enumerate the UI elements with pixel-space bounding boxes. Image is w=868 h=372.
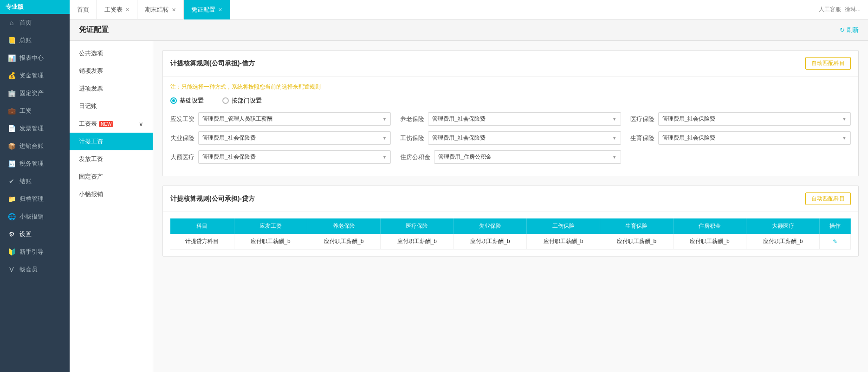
field-select-text-2-0: 管理费用_社会保险费: [202, 153, 380, 161]
field-2-2: [630, 150, 851, 164]
sidebar-item-close[interactable]: ✔结账: [0, 173, 70, 190]
customer-service-label: 人工客服: [819, 6, 841, 13]
table-header-6: 生育保险: [600, 218, 674, 234]
field-select-0-1[interactable]: 管理费用_社会保险费 ▼: [428, 112, 621, 126]
field-select-1-2[interactable]: 管理费用_社会保险费 ▼: [658, 131, 851, 145]
field-1-0: 失业保险 管理费用_社会保险费 ▼: [170, 131, 391, 145]
field-select-2-0[interactable]: 管理费用_社会保险费 ▼: [198, 150, 391, 164]
field-select-text-1-1: 管理费用_社会保险费: [432, 134, 610, 142]
left-nav-payroll-table[interactable]: 工资表NEW∨: [70, 115, 153, 133]
left-nav: 公共选项销项发票进项发票日记账工资表NEW∨计提工资发放工资固定资产小畅报销: [70, 41, 153, 372]
sidebar-label-general-ledger: 总账: [19, 36, 32, 45]
field-select-2-1[interactable]: 管理费用_住房公积金 ▼: [434, 150, 621, 164]
section1-header: 计提核算规则(公司承担)-借方 自动匹配科目: [163, 51, 858, 77]
sidebar-item-settings[interactable]: ⚙设置: [0, 225, 70, 243]
sidebar-icon-invoice-mgmt: 📄: [7, 125, 16, 132]
cell-value-0-7: 应付职工薪酬_b: [746, 234, 820, 250]
field-0-0: 应发工资 管理费用_管理人员职工薪酬 ▼: [170, 112, 391, 126]
field-label-2-1: 住房公积金: [400, 153, 430, 161]
tab-close-period-close[interactable]: ✕: [172, 7, 176, 13]
left-nav-sales-invoice[interactable]: 销项发票: [70, 62, 153, 80]
field-0-2: 医疗保险 管理费用_社会保险费 ▼: [630, 112, 851, 126]
left-nav-xiaochangreport[interactable]: 小畅报销: [70, 186, 153, 203]
sidebar-item-guide[interactable]: 🔰新手引导: [0, 243, 70, 261]
left-nav-issue-salary[interactable]: 发放工资: [70, 150, 153, 168]
sidebar-icon-xiaochangreport: 🌐: [7, 213, 16, 220]
cell-value-0-1: 应付职工薪酬_b: [307, 234, 381, 250]
left-nav-fixed-assets[interactable]: 固定资产: [70, 168, 153, 186]
sidebar-label-close: 结账: [19, 177, 32, 186]
sidebar-label-purchase-sales: 进销台账: [19, 142, 44, 150]
left-nav-calc-salary[interactable]: 计提工资: [70, 133, 153, 150]
topbar-right: 人工客服 徐琳...: [819, 6, 868, 13]
table-header-5: 工伤保险: [527, 218, 600, 234]
sidebar-label-reports: 报表中心: [19, 54, 44, 62]
sidebar-item-fixed-assets[interactable]: 🏢固定资产: [0, 84, 70, 102]
sidebar-item-xiaochangreport[interactable]: 🌐小畅报销: [0, 208, 70, 225]
auto-match-button-2[interactable]: 自动匹配科目: [805, 192, 851, 205]
radio-dept[interactable]: 按部门设置: [222, 96, 262, 105]
cell-subject-0: 计提贷方科目: [170, 234, 234, 250]
field-label-0-0: 应发工资: [170, 115, 194, 123]
cell-action-0[interactable]: ✎: [820, 234, 851, 250]
sidebar-item-salary[interactable]: 💼工资: [0, 102, 70, 120]
tab-close-payroll[interactable]: ✕: [125, 7, 130, 13]
sidebar-item-purchase-sales[interactable]: 📦进销台账: [0, 137, 70, 155]
sidebar-item-fund[interactable]: 💰资金管理: [0, 67, 70, 84]
cell-value-0-6: 应付职工薪酬_b: [673, 234, 746, 250]
tab-label-voucher-config: 凭证配置: [191, 6, 215, 14]
dropdown-arrow-1-2: ▼: [842, 135, 847, 141]
sidebar-icon-home: ⌂: [7, 19, 16, 26]
form-row-1: 应发工资 管理费用_管理人员职工薪酬 ▼ 养老保险 管理费用_社会保险费 ▼ 医…: [170, 112, 851, 126]
sidebar-label-tax: 税务管理: [19, 160, 44, 168]
radio-basic-circle: [170, 97, 177, 104]
field-select-0-2[interactable]: 管理费用_社会保险费 ▼: [658, 112, 851, 126]
left-nav-label-public: 公共选项: [79, 49, 103, 58]
field-label-0-2: 医疗保险: [630, 115, 654, 123]
sidebar-item-home[interactable]: ⌂首页: [0, 14, 70, 32]
field-2-0: 大额医疗 管理费用_社会保险费 ▼: [170, 150, 391, 164]
field-2-1: 住房公积金 管理费用_住房公积金 ▼: [400, 150, 621, 164]
topbar: 首页工资表✕期末结转✕凭证配置✕ 人工客服 徐琳...: [70, 0, 868, 19]
refresh-button[interactable]: ↻ 刷新: [840, 26, 859, 34]
left-nav-label-sales-invoice: 销项发票: [79, 67, 103, 75]
field-1-1: 工伤保险 管理费用_社会保险费 ▼: [400, 131, 621, 145]
tab-close-voucher-config[interactable]: ✕: [218, 7, 222, 13]
sidebar-label-settings: 设置: [19, 230, 32, 238]
field-select-text-0-2: 管理费用_社会保险费: [662, 115, 840, 123]
left-nav-public[interactable]: 公共选项: [70, 45, 153, 62]
sidebar-item-archive[interactable]: 📁归档管理: [0, 190, 70, 208]
tab-voucher-config[interactable]: 凭证配置✕: [184, 0, 230, 19]
dropdown-arrow-0-0: ▼: [382, 116, 387, 122]
refresh-icon: ↻: [840, 26, 845, 33]
sidebar-label-archive: 归档管理: [19, 195, 44, 203]
form-row-2: 失业保险 管理费用_社会保险费 ▼ 工伤保险 管理费用_社会保险费 ▼ 生育保险…: [170, 131, 851, 145]
cell-value-0-2: 应付职工薪酬_b: [381, 234, 454, 250]
sidebar-item-reports[interactable]: 📊报表中心: [0, 49, 70, 67]
sidebar-icon-tax: 🧾: [7, 160, 16, 167]
auto-match-button-1[interactable]: 自动匹配科目: [805, 57, 851, 70]
field-select-text-0-1: 管理费用_社会保险费: [432, 115, 610, 123]
sidebar-icon-salary: 💼: [7, 107, 16, 115]
tab-payroll[interactable]: 工资表✕: [97, 0, 137, 19]
left-nav-journal[interactable]: 日记账: [70, 97, 153, 115]
field-select-1-1[interactable]: 管理费用_社会保险费 ▼: [428, 131, 621, 145]
sidebar: 专业版 ⌂首页📒总账📊报表中心💰资金管理🏢固定资产💼工资📄发票管理📦进销台账🧾税…: [0, 0, 70, 372]
radio-basic[interactable]: 基础设置: [170, 96, 204, 105]
sidebar-label-guide: 新手引导: [19, 248, 44, 256]
left-nav-purchase-invoice[interactable]: 进项发票: [70, 80, 153, 97]
tab-label-period-close: 期末结转: [145, 6, 169, 14]
tab-period-close[interactable]: 期末结转✕: [137, 0, 184, 19]
field-select-text-2-1: 管理费用_住房公积金: [438, 153, 610, 161]
credit-table: 科目应发工资养老保险医疗保险失业保险工伤保险生育保险住房积金大额医疗操作 计提贷…: [170, 218, 851, 250]
dropdown-arrow-2-0: ▼: [382, 154, 387, 160]
tab-home[interactable]: 首页: [70, 0, 97, 19]
sidebar-item-general-ledger[interactable]: 📒总账: [0, 32, 70, 49]
user-name-label: 徐琳...: [845, 6, 861, 13]
field-select-1-0[interactable]: 管理费用_社会保险费 ▼: [198, 131, 391, 145]
page-title: 凭证配置: [79, 25, 109, 35]
sidebar-item-tax[interactable]: 🧾税务管理: [0, 155, 70, 173]
field-select-0-0[interactable]: 管理费用_管理人员职工薪酬 ▼: [198, 112, 391, 126]
sidebar-item-member[interactable]: V畅会员: [0, 261, 70, 278]
sidebar-item-invoice-mgmt[interactable]: 📄发票管理: [0, 120, 70, 137]
